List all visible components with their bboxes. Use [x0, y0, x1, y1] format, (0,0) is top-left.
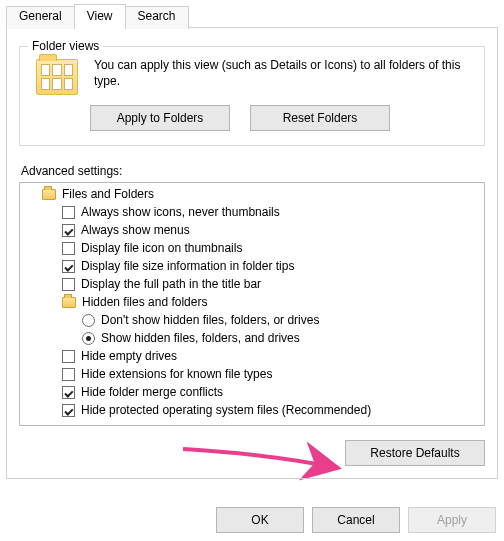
tree-item[interactable]: Display the full path in the title bar	[20, 275, 484, 293]
apply-button[interactable]: Apply	[408, 507, 496, 533]
reset-folders-button[interactable]: Reset Folders	[250, 105, 390, 131]
tab-search[interactable]: Search	[125, 6, 189, 29]
checkbox[interactable]	[62, 278, 75, 291]
tree-item[interactable]: Always show menus	[20, 221, 484, 239]
tree-item[interactable]: Always show icons, never thumbnails	[20, 203, 484, 221]
tree-item-label: Hide protected operating system files (R…	[81, 402, 371, 418]
tab-strip: General View Search	[0, 0, 504, 27]
tree-item-label: Don't show hidden files, folders, or dri…	[101, 312, 319, 328]
tab-view[interactable]: View	[74, 4, 126, 28]
checkbox[interactable]	[62, 404, 75, 417]
checkbox[interactable]	[62, 206, 75, 219]
advanced-settings-label: Advanced settings:	[21, 164, 485, 178]
tree-item-label: Show hidden files, folders, and drives	[101, 330, 300, 346]
tree-item-label: Hide extensions for known file types	[81, 366, 272, 382]
tree-item-label: Display file size information in folder …	[81, 258, 294, 274]
tree-item-label: Hide empty drives	[81, 348, 177, 364]
folder-grid-icon	[36, 59, 78, 95]
checkbox[interactable]	[62, 260, 75, 273]
restore-defaults-button[interactable]: Restore Defaults	[345, 440, 485, 466]
folder-views-group: Folder views You can apply this view (su…	[19, 46, 485, 146]
tree-item-label: Hide folder merge conflicts	[81, 384, 223, 400]
tree-item-label: Always show icons, never thumbnails	[81, 204, 280, 220]
tree-item-label: Display file icon on thumbnails	[81, 240, 242, 256]
dialog-buttons: OK Cancel Apply	[216, 507, 496, 533]
checkbox[interactable]	[62, 368, 75, 381]
tree-item[interactable]: Show hidden files, folders, and drives	[20, 329, 484, 347]
apply-to-folders-button[interactable]: Apply to Folders	[90, 105, 230, 131]
folder-views-title: Folder views	[28, 39, 103, 53]
folder-views-text: You can apply this view (such as Details…	[94, 57, 472, 89]
tree-item[interactable]: Don't show hidden files, folders, or dri…	[20, 311, 484, 329]
tree-item-label: Hidden files and folders	[82, 294, 207, 310]
tree-item[interactable]: Hidden files and folders	[20, 293, 484, 311]
folder-icon	[42, 189, 56, 200]
tree-item[interactable]: Display file size information in folder …	[20, 257, 484, 275]
checkbox[interactable]	[62, 242, 75, 255]
tree-item[interactable]: Hide protected operating system files (R…	[20, 401, 484, 419]
checkbox[interactable]	[62, 386, 75, 399]
folder-icon	[62, 297, 76, 308]
tree-item[interactable]: Files and Folders	[20, 185, 484, 203]
cancel-button[interactable]: Cancel	[312, 507, 400, 533]
tree-item-label: Files and Folders	[62, 186, 154, 202]
checkbox[interactable]	[62, 350, 75, 363]
tab-general[interactable]: General	[6, 6, 75, 29]
radio[interactable]	[82, 332, 95, 345]
advanced-settings-tree[interactable]: Files and FoldersAlways show icons, neve…	[19, 182, 485, 426]
tree-item-label: Display the full path in the title bar	[81, 276, 261, 292]
tree-item[interactable]: Display file icon on thumbnails	[20, 239, 484, 257]
tree-item-label: Always show menus	[81, 222, 190, 238]
tab-panel-view: Folder views You can apply this view (su…	[6, 27, 498, 479]
checkbox[interactable]	[62, 224, 75, 237]
tree-item[interactable]: Hide folder merge conflicts	[20, 383, 484, 401]
tree-item[interactable]: Hide empty drives	[20, 347, 484, 365]
tree-item[interactable]: Hide extensions for known file types	[20, 365, 484, 383]
ok-button[interactable]: OK	[216, 507, 304, 533]
radio[interactable]	[82, 314, 95, 327]
